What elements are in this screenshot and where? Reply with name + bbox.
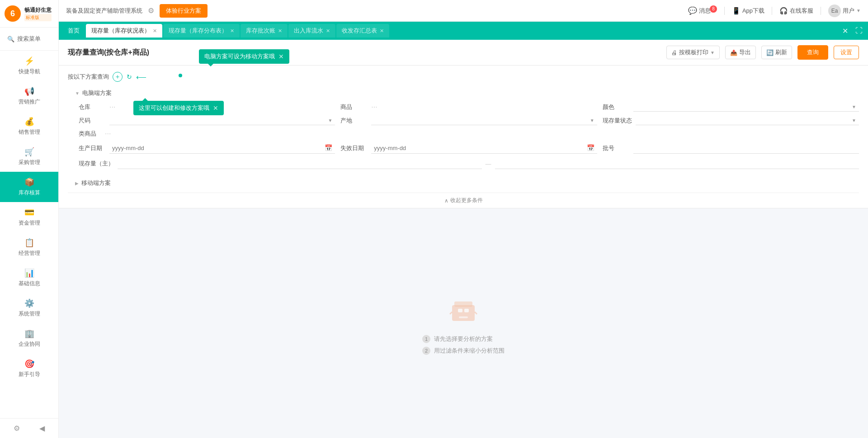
operations-icon: 📋 bbox=[24, 238, 34, 248]
collapse-up-icon: ∧ bbox=[444, 198, 448, 204]
goods-dots[interactable]: ··· bbox=[371, 103, 377, 111]
query-button[interactable]: 查询 bbox=[797, 45, 828, 60]
tab-inventory-dist[interactable]: 现存量（库存分布表） ✕ bbox=[163, 24, 240, 38]
fullscreen-button[interactable]: ⛶ bbox=[854, 25, 864, 37]
size-label: 尺码 bbox=[79, 117, 106, 125]
tab-collect-summary[interactable]: 收发存汇总表 ✕ bbox=[336, 24, 389, 38]
range-separator: — bbox=[486, 160, 491, 167]
app-download-label: App下载 bbox=[742, 7, 764, 15]
sidebar-item-label: 经营管理 bbox=[19, 250, 40, 257]
mobile-collapse-icon: ▶ bbox=[75, 181, 79, 186]
notification-button[interactable]: 💬 消息 8 bbox=[688, 6, 717, 15]
sidebar-item-label: 采购管理 bbox=[19, 159, 40, 166]
export-button[interactable]: 📤 导出 bbox=[725, 46, 756, 59]
settings-icon[interactable]: ⚙ bbox=[14, 424, 20, 433]
sidebar-item-inventory[interactable]: 📦 库存核算 bbox=[0, 172, 58, 202]
filter-label: 按以下方案查询 bbox=[68, 73, 109, 81]
sidebar-item-operations[interactable]: 📋 经营管理 bbox=[0, 232, 58, 263]
stock-status-select[interactable]: ▼ bbox=[636, 116, 859, 125]
stock-status-field: 现存量状态 ▼ bbox=[603, 116, 859, 125]
color-select[interactable]: ▼ bbox=[633, 103, 859, 112]
back-button[interactable]: ⟵ bbox=[136, 72, 146, 82]
page-header: 现存量查询(按仓库+商品) 🖨 按模板打印 ▼ 📤 导出 🔄 刷新 查询 设置 bbox=[59, 40, 868, 66]
sidebar-item-purchase[interactable]: 🛒 采购管理 bbox=[0, 141, 58, 172]
origin-select[interactable]: ▼ bbox=[371, 116, 597, 125]
tab-collect-summary-close[interactable]: ✕ bbox=[380, 28, 384, 34]
desktop-scheme-item[interactable]: ▼ 电脑端方案 bbox=[71, 87, 859, 99]
tab-batch-account-close[interactable]: ✕ bbox=[278, 28, 282, 34]
enterprise-icon: 🏢 bbox=[24, 329, 34, 339]
sidebar-item-label: 销售管理 bbox=[19, 128, 40, 136]
stock-main-min-input[interactable] bbox=[118, 158, 482, 169]
tab-home[interactable]: 首页 bbox=[62, 24, 85, 38]
filter-actions: ＋ ↻ ⟵ bbox=[113, 72, 146, 82]
filter-row-3: 类商品 ··· bbox=[79, 130, 859, 138]
logo-badge: 标准版 bbox=[24, 14, 52, 21]
settings-gear-icon[interactable]: ⚙ bbox=[148, 6, 154, 15]
user-chevron-icon: ▼ bbox=[856, 8, 861, 13]
add-scheme-button[interactable]: ＋ bbox=[113, 72, 123, 82]
sidebar-nav: ⚡ 快捷导航 📢 营销推广 💰 销售管理 🛒 采购管理 📦 库存核算 💳 资金管… bbox=[0, 51, 58, 418]
category-field: 类商品 ··· bbox=[79, 130, 335, 138]
quick-nav-icon: ⚡ bbox=[24, 56, 34, 66]
sidebar-item-basic[interactable]: 📊 基础信息 bbox=[0, 263, 58, 293]
tab-inventory-status-close[interactable]: ✕ bbox=[153, 28, 157, 34]
search-label: 搜索菜单 bbox=[17, 35, 41, 43]
phone-icon: 📱 bbox=[732, 7, 741, 15]
category-dots[interactable]: ··· bbox=[105, 130, 111, 138]
system-name: 装备及固定资产辅助管理系统 bbox=[66, 7, 142, 15]
size-select[interactable]: ▼ bbox=[109, 116, 335, 125]
produce-date-calendar-icon[interactable]: 📅 bbox=[325, 144, 332, 151]
page-title: 现存量查询(按仓库+商品) bbox=[68, 48, 149, 57]
refresh-scheme-button[interactable]: ↻ bbox=[124, 72, 134, 82]
online-support-button[interactable]: 🎧 在线客服 bbox=[779, 7, 813, 15]
produce-date-input: 📅 bbox=[109, 142, 335, 154]
app-download-button[interactable]: 📱 App下载 bbox=[732, 7, 764, 15]
tab-inventory-status[interactable]: 现存量（库存状况表） ✕ bbox=[86, 24, 162, 38]
support-icon: 🎧 bbox=[779, 7, 788, 15]
settings-button[interactable]: 设置 bbox=[834, 46, 859, 59]
logo-icon: 6 bbox=[5, 5, 21, 22]
close-all-tabs-button[interactable]: ✕ bbox=[840, 25, 850, 37]
tab-in-out-flow-label: 出入库流水 bbox=[294, 27, 323, 35]
marketing-icon: 📢 bbox=[24, 86, 34, 96]
collapse-sidebar-icon[interactable]: ◀ bbox=[39, 424, 45, 433]
expire-date-start[interactable] bbox=[374, 145, 585, 151]
sidebar-item-finance[interactable]: 💳 资金管理 bbox=[0, 202, 58, 232]
tab-in-out-flow[interactable]: 出入库流水 ✕ bbox=[288, 24, 335, 38]
empty-tip-2: 2 用过滤条件来缩小分析范围 bbox=[422, 347, 505, 355]
industry-button[interactable]: 体验行业方案 bbox=[160, 4, 208, 18]
mobile-scheme-item[interactable]: ▶ 移动端方案 bbox=[71, 177, 859, 189]
sidebar-item-sales[interactable]: 💰 销售管理 bbox=[0, 111, 58, 141]
edit-scheme-tooltip-close[interactable]: ✕ bbox=[213, 104, 218, 112]
stock-main-max-input[interactable] bbox=[495, 158, 859, 169]
user-menu-button[interactable]: Ea 用户 ▼ bbox=[828, 5, 861, 17]
tab-inventory-dist-close[interactable]: ✕ bbox=[230, 28, 234, 34]
tab-batch-account[interactable]: 库存批次账 ✕ bbox=[241, 24, 288, 38]
sidebar-item-system[interactable]: ⚙️ 系统管理 bbox=[0, 293, 58, 323]
refresh-button[interactable]: 🔄 刷新 bbox=[761, 46, 792, 59]
export-label: 导出 bbox=[739, 48, 751, 57]
produce-date-start[interactable] bbox=[112, 145, 323, 151]
sidebar-item-label: 资金管理 bbox=[19, 219, 40, 227]
refresh-icon: 🔄 bbox=[766, 49, 774, 56]
warehouse-dots[interactable]: ··· bbox=[109, 103, 115, 111]
batch-no-field: 批号 bbox=[603, 143, 859, 154]
tab-in-out-flow-close[interactable]: ✕ bbox=[326, 28, 330, 34]
sidebar-item-enterprise[interactable]: 🏢 企业协同 bbox=[0, 323, 58, 353]
refresh-label: 刷新 bbox=[775, 48, 787, 57]
scheme-tooltip-close[interactable]: ✕ bbox=[278, 53, 284, 60]
sidebar-item-marketing[interactable]: 📢 营销推广 bbox=[0, 81, 58, 111]
search-menu-button[interactable]: 🔍 搜索菜单 bbox=[4, 32, 55, 46]
sidebar-item-guide[interactable]: 🎯 新手引导 bbox=[0, 353, 58, 384]
sidebar: 6 畅通好生意 标准版 🔍 搜索菜单 ⚡ 快捷导航 📢 营销推广 💰 销售管理 … bbox=[0, 0, 59, 438]
scheme-list: ▼ 电脑端方案 这里可以创建和修改方案哦 ✕ 仓库 ··· bbox=[68, 87, 859, 193]
print-button[interactable]: 🖨 按模板打印 ▼ bbox=[666, 46, 720, 59]
batch-no-input[interactable] bbox=[633, 143, 859, 154]
online-support-label: 在线客服 bbox=[790, 7, 813, 15]
empty-tip-1: 1 请先选择要分析的方案 bbox=[422, 335, 505, 343]
sidebar-item-quick-nav[interactable]: ⚡ 快捷导航 bbox=[0, 51, 58, 81]
expire-date-calendar-icon[interactable]: 📅 bbox=[587, 144, 594, 151]
system-icon: ⚙️ bbox=[24, 298, 34, 308]
collapse-filter-button[interactable]: ∧ 收起更多条件 bbox=[68, 193, 859, 208]
